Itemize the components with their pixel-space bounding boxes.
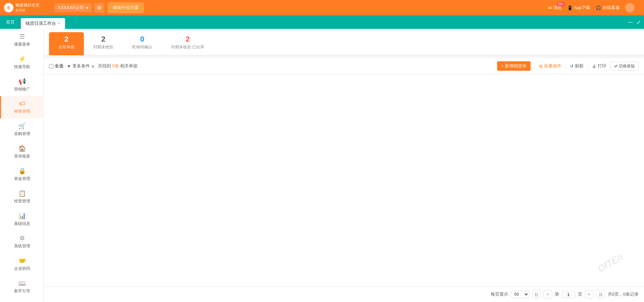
sidebar-item-search[interactable]: ☰ 搜索菜单 (0, 29, 43, 51)
guide-icon: 📖 (18, 280, 26, 287)
select-all-area[interactable]: 全选 (49, 63, 63, 69)
sales-icon: 🏷 (19, 100, 25, 107)
inventory-icon: 🏠 (18, 145, 26, 152)
stat-tab-overdue[interactable]: 2 到期未收款 (84, 32, 123, 55)
stat-num-overdue-out: 2 (171, 35, 204, 44)
search-menu-icon: ☰ (19, 33, 25, 40)
top-bar: 6 畅捷通好生意 标准版 XXXXXX公司 ▾ ⚙ 体验行业方案 ✉ 消息 99… (0, 0, 644, 15)
per-page-select[interactable]: 50 100 200 (511, 291, 529, 298)
sidebar-item-quick-nav[interactable]: ⚡ 快捷导航 (0, 51, 43, 74)
content-area: 2 全部单据 2 到期未收款 0 旺辅待确认 2 到期未收款 已出库 全选 (44, 29, 644, 302)
tab-home[interactable]: 首页 (0, 15, 21, 29)
company-dropdown-icon: ▾ (86, 5, 88, 10)
switch-icon: ⇄ (614, 64, 618, 68)
refresh-icon: ↺ (570, 64, 574, 69)
per-page-label: 每页显示 (491, 291, 508, 297)
main-layout: ☰ 搜索菜单 ⚡ 快捷导航 📢 营销推广 🏷 销售管理 🛒 采购管理 🏠 库存核… (0, 29, 644, 302)
filter-icon: ▼ (67, 64, 71, 69)
base-info-icon: 📊 (18, 212, 26, 220)
service-icon: 🎧 (596, 5, 601, 10)
marketing-icon: 📢 (18, 78, 26, 85)
settings-button[interactable]: ⚙ (94, 3, 104, 13)
page-input[interactable] (562, 291, 575, 298)
tab-minimize-icon[interactable]: — (628, 19, 633, 25)
settings-icon: ⚙ (97, 5, 102, 11)
found-text: 共找到 0条 相关单据 (98, 63, 138, 69)
first-page-button[interactable]: ⟨⟨ (532, 290, 541, 299)
toolbar-right-actions: + 新增销货单 ⊞ 批量操作 ↺ 刷新 🖨 打印 ⇄ 切换 (497, 61, 639, 71)
tab-maximize-icon[interactable]: ⤢ (636, 19, 641, 25)
system-icon: ⚙ (19, 235, 25, 242)
tab-close-button[interactable]: × (58, 21, 60, 26)
page-label: 第 (555, 291, 559, 297)
sidebar-item-base-info[interactable]: 📊 基础信息 (0, 208, 43, 231)
found-count: 0条 (112, 63, 119, 68)
stat-num-overdue: 2 (93, 35, 113, 44)
stat-label-overdue: 到期未收款 (93, 44, 113, 50)
sidebar-item-finance[interactable]: 🔒 资金管理 (0, 163, 43, 186)
sidebar-item-system[interactable]: ⚙ 系统管理 (0, 231, 43, 253)
stat-label-overdue-out: 到期未收款 已出库 (171, 44, 204, 50)
toolbar: 全选 ▼ 更多条件 ∨ 共找到 0条 相关单据 + 新增销货单 ⊞ 批量操作 ↺ (44, 58, 644, 74)
switch-version-button[interactable]: ⇄ 切换新版 (610, 62, 639, 71)
sidebar-item-inventory[interactable]: 🏠 库存核算 (0, 141, 43, 163)
sidebar: ☰ 搜索菜单 ⚡ 快捷导航 📢 营销推广 🏷 销售管理 🛒 采购管理 🏠 库存核… (0, 29, 44, 302)
divider-1 (535, 63, 535, 69)
stat-tab-all[interactable]: 2 全部单据 (49, 32, 84, 55)
message-badge: 99+ (557, 2, 565, 6)
batch-icon: ⊞ (539, 64, 543, 69)
prev-page-button[interactable]: ＜ (543, 290, 552, 299)
filter-button[interactable]: ▼ 更多条件 ∨ (67, 63, 95, 69)
divider-3 (588, 63, 588, 69)
select-all-label: 全选 (55, 63, 63, 69)
sidebar-item-guide[interactable]: 📖 新手引导 (0, 276, 43, 298)
purchase-icon: 🛒 (18, 122, 26, 130)
print-icon: 🖨 (592, 64, 596, 69)
logo-area: 6 畅捷通好生意 标准版 (4, 3, 48, 13)
stat-label-all: 全部单据 (58, 44, 74, 50)
refresh-button[interactable]: ↺ 刷新 (570, 63, 584, 69)
stat-num-wangpai: 0 (132, 35, 152, 44)
top-right-actions: ✉ 消息 99+ 📱 App下载 🎧 在线客服 (548, 3, 640, 12)
next-page-button[interactable]: ＞ (585, 290, 594, 299)
print-button[interactable]: 🖨 打印 (592, 63, 606, 69)
sidebar-item-purchase[interactable]: 🛒 采购管理 (0, 118, 43, 141)
tab-bar-actions: — ⤢ (628, 19, 644, 25)
finance-icon: 🔒 (18, 167, 26, 175)
stat-tab-wangpai[interactable]: 0 旺辅待确认 (123, 32, 162, 55)
sidebar-item-marketing[interactable]: 📢 营销推广 (0, 74, 43, 96)
table-area (44, 74, 644, 286)
sidebar-item-app-center[interactable]: 📦 应用中心 (0, 298, 43, 302)
sidebar-item-cooperation[interactable]: 🤝 企业协同 (0, 253, 43, 276)
cooperation-icon: 🤝 (18, 257, 26, 264)
quick-nav-icon: ⚡ (18, 55, 26, 63)
batch-action-button[interactable]: ⊞ 批量操作 (539, 63, 561, 69)
download-icon: 📱 (567, 5, 573, 10)
pagination: 每页显示 50 100 200 ⟨⟨ ＜ 第 页 ＞ ⟩⟩ 共0页，0条记录 (44, 286, 644, 302)
company-selector[interactable]: XXXXXX公司 ▾ (54, 3, 92, 12)
page-label-2: 页 (578, 291, 582, 297)
total-info: 共0页，0条记录 (608, 291, 639, 297)
trial-button[interactable]: 体验行业方案 (108, 2, 144, 13)
stats-tabs: 2 全部单据 2 到期未收款 0 旺辅待确认 2 到期未收款 已出库 (44, 29, 644, 55)
tab-active[interactable]: 钱货日清工作台 × (21, 18, 65, 29)
logo-icon: 6 (4, 3, 13, 12)
message-icon: ✉ (548, 5, 552, 10)
divider-2 (566, 63, 566, 69)
logo-text: 畅捷通好生意 标准版 (15, 3, 40, 13)
tab-active-label: 钱货日清工作台 (25, 20, 56, 26)
stat-tab-overdue-out[interactable]: 2 到期未收款 已出库 (162, 32, 214, 55)
app-download-button[interactable]: 📱 App下载 (567, 5, 590, 11)
add-sale-button[interactable]: + 新增销货单 (497, 61, 531, 71)
sidebar-item-operations[interactable]: 📋 经营管理 (0, 186, 43, 208)
select-all-checkbox[interactable] (49, 64, 53, 68)
stat-label-wangpai: 旺辅待确认 (132, 44, 152, 50)
last-page-button[interactable]: ⟩⟩ (596, 290, 605, 299)
operations-icon: 📋 (18, 190, 26, 197)
filter-dropdown-icon: ∨ (91, 64, 95, 69)
user-avatar[interactable] (625, 3, 635, 12)
messages-button[interactable]: ✉ 消息 99+ (548, 5, 562, 11)
sidebar-item-sales[interactable]: 🏷 销售管理 (0, 96, 43, 118)
stat-num-all: 2 (58, 35, 74, 44)
online-service-button[interactable]: 🎧 在线客服 (596, 5, 620, 11)
